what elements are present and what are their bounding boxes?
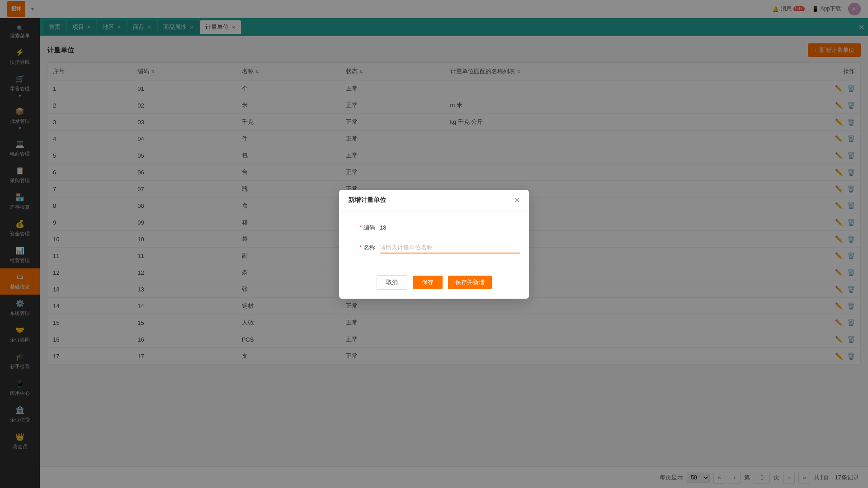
modal-footer: 取消 保存 保存并新增 xyxy=(339,270,529,299)
modal-overlay[interactable]: 新增计量单位 ✕ 编码 18 名称 取消 保存 保存并新增 xyxy=(0,0,868,488)
form-row-code: 编码 18 xyxy=(348,222,520,233)
form-row-name: 名称 xyxy=(348,242,520,253)
name-label: 名称 xyxy=(348,244,375,252)
modal-close-button[interactable]: ✕ xyxy=(514,196,520,205)
modal-body: 编码 18 名称 xyxy=(339,211,529,270)
name-input[interactable] xyxy=(380,242,520,253)
cancel-button[interactable]: 取消 xyxy=(377,275,407,290)
save-button[interactable]: 保存 xyxy=(413,276,443,289)
save-and-new-button[interactable]: 保存并新增 xyxy=(448,276,492,289)
code-label: 编码 xyxy=(348,224,375,232)
code-input[interactable]: 18 xyxy=(380,222,520,233)
modal-title: 新增计量单位 xyxy=(348,196,386,204)
add-unit-modal: 新增计量单位 ✕ 编码 18 名称 取消 保存 保存并新增 xyxy=(339,190,529,299)
modal-header: 新增计量单位 ✕ xyxy=(339,190,529,211)
